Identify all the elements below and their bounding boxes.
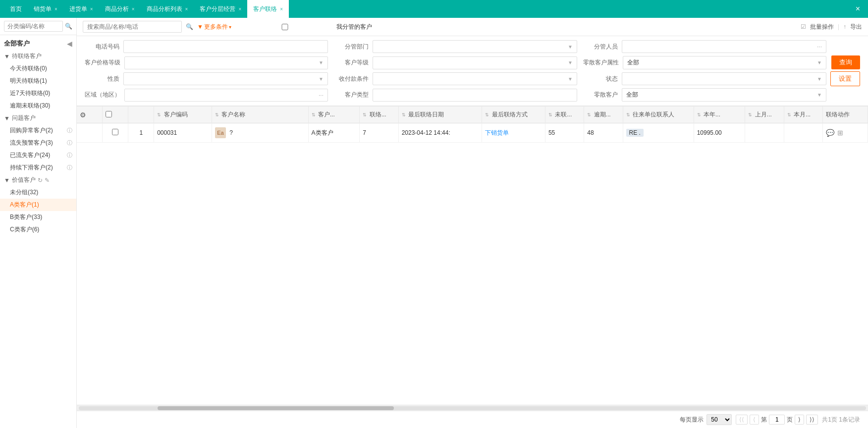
col-actions-header: 联络动作 <box>823 107 868 123</box>
scrollbar-track[interactable] <box>79 406 866 410</box>
first-page-button[interactable]: ⟨⟨ <box>736 415 748 425</box>
close-customer-contact-icon[interactable]: × <box>280 6 283 12</box>
col-gear[interactable]: ⚙ <box>77 107 103 123</box>
col-contact-header[interactable]: ⇅ 联络... <box>360 107 398 123</box>
col-name-header[interactable]: ⇅ 客户名称 <box>212 107 308 123</box>
nav-customer-seg[interactable]: 客户分层经营 × <box>194 0 247 18</box>
my-customers-check[interactable] <box>235 24 334 30</box>
col-contacts-header[interactable]: ⇅ 往来单位联系人 <box>623 107 694 123</box>
sidebar-item-tomorrow[interactable]: 明天待联络(1) <box>0 75 76 87</box>
col-unlink-header[interactable]: ⇅ 未联... <box>545 107 584 123</box>
sidebar-item-today[interactable]: 今天待联络(0) <box>0 62 76 75</box>
sort-icon-thisyear: ⇅ <box>697 112 701 117</box>
prev-page-button[interactable]: ⟨ <box>750 415 759 425</box>
more-conditions-button[interactable]: ▼ 更多条件 ▾ <box>197 23 231 31</box>
sidebar-item-ungroup[interactable]: 未分组(32) <box>0 186 76 199</box>
col-type-header[interactable]: ⇅ 客户... <box>308 107 360 123</box>
close-analysis-list-icon[interactable]: × <box>185 6 188 12</box>
person-input[interactable]: ··· <box>622 40 826 53</box>
batch-op-button[interactable]: 批量操作 <box>810 23 834 31</box>
qr-icon[interactable]: ⊞ <box>837 129 843 137</box>
per-page-select[interactable]: 50 100 200 <box>706 414 732 425</box>
col-select-all[interactable] <box>103 107 128 123</box>
sidebar-search-icon[interactable]: 🔍 <box>65 23 72 30</box>
col-thismonth-header[interactable]: ⇅ 本月... <box>784 107 822 123</box>
col-lastmonth-header[interactable]: ⇅ 上月... <box>745 107 784 123</box>
nature-select[interactable]: ▼ <box>123 72 328 85</box>
sidebar-section-value[interactable]: ▼ 价值客户 ↻ ✎ <box>0 174 76 186</box>
value-edit-icon[interactable]: ✎ <box>45 177 50 184</box>
nav-purchase-label: 进货单 <box>69 5 87 13</box>
nav-customer-contact[interactable]: 客户联络 × <box>247 0 289 18</box>
setting-button[interactable]: 设置 <box>830 71 860 86</box>
filter-row-3: 性质 ▼ 收付款条件 ▼ <box>85 72 826 85</box>
sort-icon: ⇅ <box>157 112 161 117</box>
phone-input[interactable] <box>123 40 328 53</box>
sidebar-item-warning[interactable]: 流失预警客户(3) ⓘ <box>0 137 76 149</box>
chat-icon[interactable]: 💬 <box>826 129 834 137</box>
retail-attr-value: 全部 <box>627 58 639 67</box>
total-info: 共1页 1条记录 <box>822 416 860 424</box>
last-page-button[interactable]: ⟩⟩ <box>806 415 818 425</box>
sidebar-item-declining[interactable]: 持续下滑客户(2) ⓘ <box>0 161 76 174</box>
row-checkbox-cell[interactable] <box>103 123 128 143</box>
next-page-button[interactable]: ⟩ <box>795 415 804 425</box>
sidebar-item-overdue[interactable]: 逾期未联络(30) <box>0 100 76 112</box>
filter-payment: 收付款条件 ▼ <box>334 72 577 85</box>
row-checkbox[interactable] <box>112 129 118 135</box>
close-all-button[interactable]: × <box>852 4 864 13</box>
search-input[interactable] <box>83 21 182 33</box>
scrollbar-thumb[interactable] <box>158 406 394 410</box>
dept-select[interactable]: ▼ <box>373 40 577 53</box>
gear-icon[interactable]: ⚙ <box>80 111 86 119</box>
close-purchase-icon[interactable]: × <box>90 6 93 12</box>
nav-analysis[interactable]: 商品分析 × <box>99 0 141 18</box>
sidebar-section-problem[interactable]: ▼ 问题客户 <box>0 112 76 124</box>
sidebar-item-c-class[interactable]: C类客户(6) <box>0 223 76 236</box>
status-select[interactable]: ▼ <box>622 72 826 85</box>
sidebar-item-a-class[interactable]: A类客户(1) <box>0 199 76 211</box>
customer-badge: Ea <box>215 127 226 138</box>
row-overdue-days: 48 <box>587 129 594 136</box>
export-button[interactable]: 导出 <box>850 23 862 31</box>
select-all-checkbox[interactable] <box>106 111 112 117</box>
query-button[interactable]: 查询 <box>831 55 860 69</box>
payment-select[interactable]: ▼ <box>373 72 577 85</box>
nav-purchase[interactable]: 进货单 × <box>63 0 99 18</box>
sidebar-item-lost[interactable]: 已流失客户(24) ⓘ <box>0 149 76 161</box>
my-customers-checkbox[interactable]: 我分管的客户 <box>235 23 372 31</box>
row-type-cell: A类客户 <box>308 123 360 143</box>
col-date-header[interactable]: ⇅ 最后联络日期 <box>398 107 482 123</box>
close-sales-icon[interactable]: × <box>54 6 57 12</box>
page-input[interactable] <box>769 415 785 425</box>
status-chevron-icon: ▼ <box>817 76 822 82</box>
retail-attr-select[interactable]: 全部 ▼ <box>623 56 826 69</box>
nav-home[interactable]: 首页 <box>4 0 28 18</box>
sidebar-item-b-class[interactable]: B类客户(33) <box>0 211 76 223</box>
col-code-header[interactable]: ⇅ 客户编码 <box>154 107 212 123</box>
row-last-way[interactable]: 下销货单 <box>485 129 509 136</box>
region-select[interactable]: ··· <box>124 89 328 102</box>
sidebar-collapse-button[interactable]: ◀ <box>67 40 72 48</box>
value-refresh-icon[interactable]: ↻ <box>38 177 43 184</box>
retail-cust-select[interactable]: 全部 ▼ <box>622 88 826 102</box>
sidebar-search-input[interactable] <box>4 21 63 32</box>
sidebar-section-pending[interactable]: ▼ 待联络客户 <box>0 50 76 62</box>
col-overdue-header[interactable]: ⇅ 逾期... <box>584 107 623 123</box>
cust-type-input[interactable] <box>373 89 577 102</box>
col-thisyear-header[interactable]: ⇅ 本年... <box>694 107 745 123</box>
sidebar-item-abnormal[interactable]: 回购异常客户(2) ⓘ <box>0 124 76 137</box>
price-level-select[interactable]: ▼ <box>124 56 328 69</box>
horizontal-scrollbar[interactable] <box>77 405 868 411</box>
nav-sales[interactable]: 销货单 × <box>28 0 63 18</box>
cust-level-select[interactable]: ▼ <box>373 56 577 69</box>
col-way-header[interactable]: ⇅ 最后联络方式 <box>482 107 545 123</box>
region-label: 区域（地区） <box>85 91 120 99</box>
sidebar-item-7days[interactable]: 近7天待联络(0) <box>0 87 76 100</box>
person-label: 分管人员 <box>583 43 618 51</box>
close-analysis-icon[interactable]: × <box>132 6 135 12</box>
close-customer-seg-icon[interactable]: × <box>238 6 241 12</box>
nav-analysis-list[interactable]: 商品分析列表 × <box>141 0 194 18</box>
search-icon[interactable]: 🔍 <box>186 23 193 30</box>
row-code-cell: 000031 <box>154 123 212 143</box>
